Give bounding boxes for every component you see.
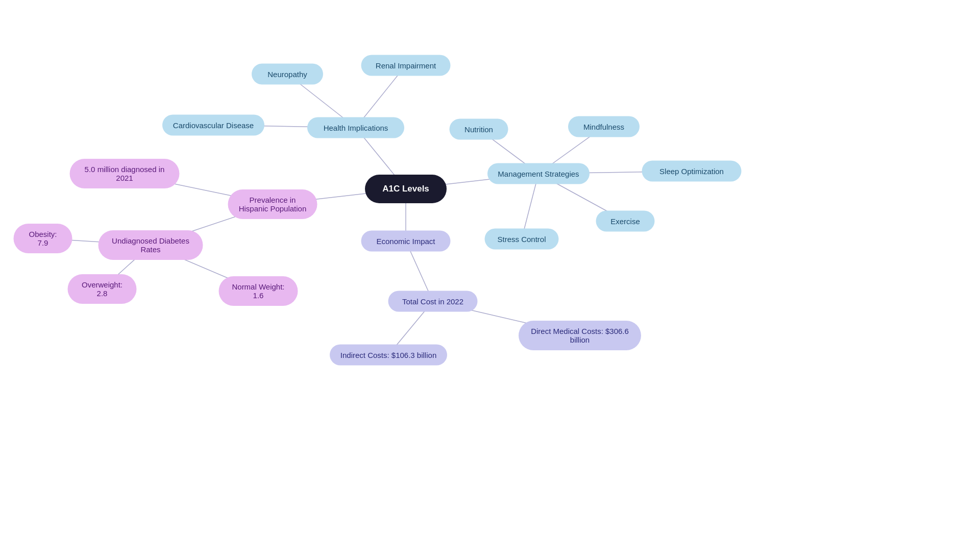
node-renal_impairment: Renal Impairment [361,55,451,76]
node-indirect_costs: Indirect Costs: $106.3 billion [330,345,447,366]
node-management: Management Strategies [487,163,590,184]
node-normal_weight: Normal Weight: 1.6 [219,276,298,306]
node-cardiovascular: Cardiovascular Disease [162,115,264,136]
node-diagnosed_2021: 5.0 million diagnosed in 2021 [70,159,180,188]
mindmap-container: A1C LevelsHealth ImplicationsNeuropathyR… [0,0,980,553]
node-undiagnosed: Undiagnosed Diabetes Rates [99,230,203,260]
connections-svg [0,0,980,553]
node-obesity: Obesity: 7.9 [14,224,72,253]
node-neuropathy: Neuropathy [252,64,323,85]
node-economic_impact: Economic Impact [361,231,451,252]
node-direct_medical: Direct Medical Costs: $306.6 billion [519,321,641,350]
node-health_implications: Health Implications [307,117,404,138]
node-center: A1C Levels [365,175,447,203]
node-exercise: Exercise [596,211,655,232]
node-total_cost: Total Cost in 2022 [388,291,478,312]
node-mindfulness: Mindfulness [568,116,640,137]
node-stress_control: Stress Control [485,229,559,250]
node-sleep_opt: Sleep Optimization [642,161,742,182]
node-nutrition: Nutrition [450,119,508,140]
node-overweight: Overweight: 2.8 [68,274,137,304]
node-prevalence: Prevalence in Hispanic Population [228,189,317,219]
